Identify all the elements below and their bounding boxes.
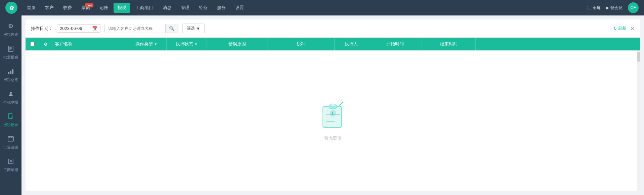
member-button[interactable]: ▶ 畅会员 [606,5,622,11]
sidebar-item-tax-record[interactable]: 报税记录 [0,108,22,131]
nav-tax[interactable]: 报税 [114,3,130,13]
svg-rect-23 [331,104,335,107]
search-input[interactable] [105,25,165,33]
settings-icon: ⚙ [44,42,48,47]
filter-label: 筛选 [187,26,195,31]
header-error-reason: 错误原因 [207,38,267,50]
sidebar-item-tax-settings[interactable]: ⚙ 报税设置 [0,18,22,41]
nav-client[interactable]: 客户 [41,3,58,13]
app-logo[interactable]: ✿ [5,2,17,14]
filter-icon-op-type: ▼ [154,42,158,46]
svg-rect-6 [12,69,13,74]
date-input[interactable] [60,26,90,31]
sidebar: ⚙ 报税设置 批量报税 报税总览 [0,15,22,195]
nav-items: 首页 客户 收费 票据 new 记账 报税 工商项目 消息 管理 经营 服务 设… [23,3,587,13]
calendar-icon: 📅 [92,26,97,31]
nav-badge-new: new [85,3,93,7]
annual-settle-icon [6,134,15,144]
scroll-indicator[interactable] [637,50,640,191]
nav-settings[interactable]: 设置 [231,3,248,13]
empty-illustration: ! [319,101,346,131]
filter-button[interactable]: 筛选 ▼ [182,24,205,33]
nav-message[interactable]: 消息 [159,3,175,13]
annual-report-icon [6,157,15,166]
header-end-time: 结束时间 [422,38,476,50]
search-icon: 🔍 [169,26,175,31]
nav-invoice[interactable]: 票据 new [77,3,94,13]
avatar[interactable]: CE [628,2,639,13]
empty-text: 暂无数据 [324,135,342,141]
table-body: ! 暂无数据 [26,50,640,191]
svg-text:!: ! [332,111,334,116]
member-icon: ▶ [606,5,609,10]
header-op-type[interactable]: 操作类型 ▼ [126,38,167,50]
date-picker[interactable]: 📅 [57,24,100,33]
content-panel: 操作日期： 📅 🔍 筛选 ▼ ↻ 刷新 [26,20,640,191]
sidebar-item-personal-tax[interactable]: 个税申报 [0,86,22,108]
close-button[interactable]: ✕ [630,25,635,32]
header-executor: 执行人 [335,38,368,50]
sidebar-item-annual-settle[interactable]: 汇算清缴 [0,131,22,153]
batch-tax-icon [6,44,15,53]
svg-point-7 [10,92,12,94]
main-layout: ⚙ 报税设置 批量报税 报税总览 [0,15,644,195]
sidebar-item-tax-overview[interactable]: 报税总览 [0,63,22,86]
scroll-thumb [637,52,640,62]
svg-rect-21 [323,107,342,127]
personal-tax-icon [6,89,15,99]
nav-business[interactable]: 工商项目 [132,3,157,13]
header-client-name: 客户名称 [52,38,126,50]
fullscreen-button[interactable]: ⛶ 全屏 [587,5,601,11]
header-exec-status[interactable]: 执行状态 ▼ [167,38,207,50]
svg-rect-18 [8,159,13,164]
refresh-button[interactable]: ↻ 刷新 [613,26,626,31]
search-button[interactable]: 🔍 [165,24,178,33]
nav-manage[interactable]: 管理 [177,3,194,13]
date-label: 操作日期： [31,26,53,32]
svg-line-29 [340,103,342,105]
svg-point-31 [323,126,327,128]
svg-rect-4 [8,72,9,74]
header-tax-type: 税种 [267,38,335,50]
nav-service[interactable]: 服务 [213,3,230,13]
svg-rect-5 [10,71,11,74]
nav-operation[interactable]: 经营 [195,3,212,13]
filter-icon-exec-status: ▼ [195,42,198,46]
refresh-icon: ↻ [613,26,617,31]
search-wrap: 🔍 [104,24,178,33]
nav-fee[interactable]: 收费 [59,3,76,13]
tax-settings-icon: ⚙ [6,22,15,31]
fullscreen-icon: ⛶ [587,5,591,10]
nav-bookkeeping[interactable]: 记账 [95,3,112,13]
tax-record-icon [6,112,15,121]
svg-rect-14 [8,136,13,141]
content-area: 操作日期： 📅 🔍 筛选 ▼ ↻ 刷新 [22,15,644,195]
svg-marker-30 [342,102,344,103]
top-navigation: ✿ 首页 客户 收费 票据 new 记账 报税 工商项目 消息 管理 经营 服务… [0,0,644,15]
tax-overview-icon [6,67,15,76]
sidebar-item-annual-report[interactable]: 工商年报 [0,153,22,176]
sidebar-item-batch-tax[interactable]: 批量报税 [0,41,22,63]
header-start-time: 开始时间 [368,38,422,50]
chevron-down-icon: ▼ [196,26,200,31]
header-settings-cell[interactable]: ⚙ [39,38,52,50]
right-tools: ⛶ 全屏 ▶ 畅会员 CE [587,2,639,13]
empty-state: ! 暂无数据 [319,101,346,141]
header-checkbox-cell [26,38,39,50]
nav-home[interactable]: 首页 [23,3,40,13]
select-all-checkbox[interactable] [30,42,35,46]
table-header: ⚙ 客户名称 操作类型 ▼ 执行状态 ▼ 错误原因 税种 [26,38,640,50]
toolbar: 操作日期： 📅 🔍 筛选 ▼ ↻ 刷新 [26,20,640,38]
